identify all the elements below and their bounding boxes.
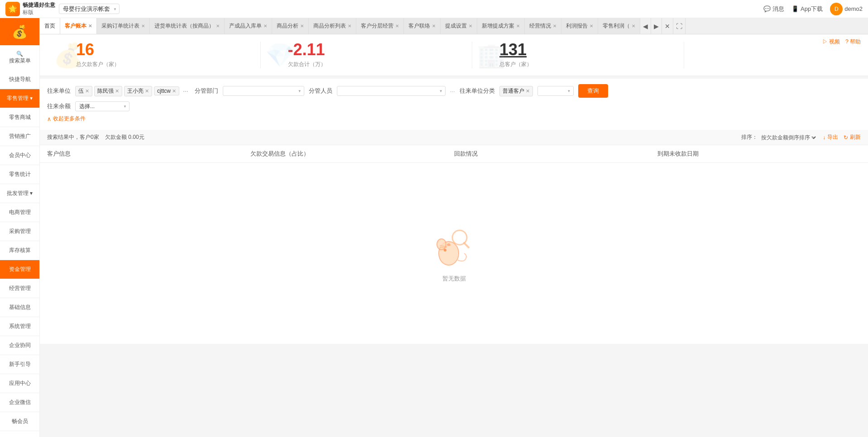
tab-retail-profit[interactable]: 零售利润（ ✕ xyxy=(598,18,640,34)
close-icon[interactable]: ✕ xyxy=(395,24,399,28)
sidebar-item-retail-shop[interactable]: 零售商城 xyxy=(0,108,39,127)
download-icon: 📱 xyxy=(791,5,799,12)
tab-customer-connect[interactable]: 客户联络 ✕ xyxy=(404,18,441,34)
person-select[interactable] xyxy=(337,86,446,96)
sidebar-item-wholesale[interactable]: 批发管理 ▾ xyxy=(0,184,39,203)
dept-select-wrap[interactable] xyxy=(223,86,304,96)
close-icon[interactable]: ✕ xyxy=(590,24,593,28)
dept-label: 分管部门 xyxy=(195,87,218,95)
unit-class-tags: 普通客户 ✕ xyxy=(499,86,533,96)
sidebar-item-inventory[interactable]: 库存核算 xyxy=(0,241,39,260)
tab-new-tip-plan[interactable]: 新增提成方案 ✕ xyxy=(477,18,525,34)
tab-op-status[interactable]: 经营情况 ✕ xyxy=(525,18,561,34)
tab-inbound-stats[interactable]: 进货单统计表（按商品） ✕ xyxy=(150,18,225,34)
sidebar-item-retail-mgmt[interactable]: 零售管理 ▾ xyxy=(0,89,39,108)
close-icon[interactable]: ✕ xyxy=(216,24,220,28)
sidebar-item-guide[interactable]: 新手引导 xyxy=(0,355,39,374)
col-customer-info: 客户信息 xyxy=(47,150,250,158)
sidebar-item-app-center[interactable]: 应用中心 xyxy=(0,374,39,393)
sort-select[interactable]: 按欠款金额倒序排序 xyxy=(759,134,817,141)
sidebar-item-nav[interactable]: 快捷导航 xyxy=(0,70,39,89)
tab-purchase-order-stats[interactable]: 采购订单统计表 ✕ xyxy=(97,18,150,34)
tab-product-analysis[interactable]: 商品分析 ✕ xyxy=(272,18,309,34)
message-label: 消息 xyxy=(772,5,784,13)
person-select-wrap[interactable] xyxy=(337,86,446,96)
unit-class-select-wrap[interactable] xyxy=(537,86,574,96)
tab-close-all[interactable]: ✕ xyxy=(662,18,673,34)
tab-product-analysis-list[interactable]: 商品分析列表 ✕ xyxy=(309,18,356,34)
remove-icon[interactable]: ✕ xyxy=(115,88,119,94)
tab-customer-accounts-label: 客户账本 xyxy=(65,22,86,30)
sidebar-item-operation[interactable]: 经营管理 xyxy=(0,279,39,298)
tab-scroll-right[interactable]: ▶ xyxy=(651,18,662,34)
demo-selector-wrap[interactable]: 母婴行业演示帐套 xyxy=(59,4,120,14)
dept-select[interactable] xyxy=(223,86,304,96)
filter-tag-cjttcw[interactable]: cjttcw ✕ xyxy=(154,86,179,95)
stats-row: ▷ 视频 ? 帮助 💰 16 总欠款客户（家） 💎 -2.11 欠款合计（万） xyxy=(40,34,868,76)
demo-select[interactable]: 母婴行业演示帐套 xyxy=(59,4,120,14)
tab-scroll-left[interactable]: ◀ xyxy=(640,18,651,34)
balance-select[interactable]: 选择... xyxy=(75,101,129,111)
tab-retail-profit-label: 零售利润（ xyxy=(603,22,630,30)
unit-tags: 伍 ✕ 陈民强 ✕ 王小亮 ✕ cjttcw ✕ xyxy=(75,86,190,96)
tab-home[interactable]: 首页 xyxy=(40,18,60,34)
close-icon[interactable]: ✕ xyxy=(632,24,635,28)
tab-customer-accounts-close[interactable]: ✕ xyxy=(88,24,92,28)
close-icon[interactable]: ✕ xyxy=(141,24,145,28)
tab-customer-segments[interactable]: 客户分层经营 ✕ xyxy=(356,18,404,34)
close-icon[interactable]: ✕ xyxy=(469,24,472,28)
person-more[interactable]: ··· xyxy=(450,88,455,95)
help-btn[interactable]: ? 帮助 xyxy=(845,38,861,46)
sidebar-item-marketing[interactable]: 营销推广 xyxy=(0,127,39,146)
sidebar-item-retail-stats[interactable]: 零售统计 xyxy=(0,165,39,184)
collapse-btn[interactable]: ∧ 收起更多条件 xyxy=(47,115,861,123)
sidebar-search[interactable]: 🔍 搜索菜单 xyxy=(0,45,39,70)
tab-production[interactable]: 产成品入库单 ✕ xyxy=(225,18,272,34)
sidebar-item-ecommerce[interactable]: 电商管理 xyxy=(0,203,39,222)
video-btn[interactable]: ▷ 视频 xyxy=(822,38,840,46)
remove-icon[interactable]: ✕ xyxy=(145,88,149,94)
tab-customer-accounts[interactable]: 客户账本 ✕ xyxy=(60,18,97,34)
sidebar-item-wechat[interactable]: 企业微信 xyxy=(0,393,39,412)
sort-select-wrap[interactable]: 按欠款金额倒序排序 xyxy=(759,134,817,141)
close-icon[interactable]: ✕ xyxy=(432,24,436,28)
filter-tag-chen[interactable]: 陈民强 ✕ xyxy=(94,86,122,96)
sidebar-item-enterprise[interactable]: 企业协同 xyxy=(0,336,39,355)
close-icon[interactable]: ✕ xyxy=(300,24,304,28)
more-tags-btn[interactable]: ··· xyxy=(181,86,190,95)
tab-profit-report-label: 利润报告 xyxy=(566,22,588,30)
refresh-btn[interactable]: ↻ 刷新 xyxy=(844,133,861,141)
remove-icon[interactable]: ✕ xyxy=(85,88,89,94)
sidebar-item-member[interactable]: 会员中心 xyxy=(0,146,39,165)
sidebar-item-finance[interactable]: 资金管理 xyxy=(0,260,39,279)
tab-maximize[interactable]: ⛶ xyxy=(673,18,686,34)
close-icon[interactable]: ✕ xyxy=(553,24,556,28)
sidebar-item-purchase[interactable]: 采购管理 xyxy=(0,222,39,241)
empty-svg xyxy=(432,224,477,269)
sidebar: 💰 🔍 搜索菜单 快捷导航 零售管理 ▾ 零售商城 营销推广 会员中心 零售统计… xyxy=(0,18,40,437)
message-btn[interactable]: 💬 消息 xyxy=(763,5,784,13)
sidebar-item-basic-info[interactable]: 基础信息 xyxy=(0,298,39,317)
remove-icon[interactable]: ✕ xyxy=(172,88,176,94)
close-icon[interactable]: ✕ xyxy=(264,24,267,28)
filter-tag-wu[interactable]: 伍 ✕ xyxy=(75,86,92,96)
filter-tag-normal[interactable]: 普通客户 ✕ xyxy=(499,86,533,96)
tab-tip-settings[interactable]: 提成设置 ✕ xyxy=(441,18,477,34)
close-icon[interactable]: ✕ xyxy=(348,24,351,28)
sidebar-item-system[interactable]: 系统管理 xyxy=(0,317,39,336)
filter-tag-wang[interactable]: 王小亮 ✕ xyxy=(124,86,152,96)
tab-profit-report[interactable]: 利润报告 ✕ xyxy=(561,18,598,34)
col-repayment: 回款情况 xyxy=(454,150,657,158)
close-icon[interactable]: ✕ xyxy=(516,24,520,28)
query-btn[interactable]: 查询 xyxy=(578,84,608,98)
remove-icon[interactable]: ✕ xyxy=(526,88,530,94)
export-btn[interactable]: ↓ 导出 xyxy=(823,133,838,141)
app-download-btn[interactable]: 📱 App下载 xyxy=(791,5,823,13)
tab-production-label: 产成品入库单 xyxy=(229,22,262,30)
collapse-label: 收起更多条件 xyxy=(53,115,86,123)
balance-select-wrap[interactable]: 选择... xyxy=(75,101,129,111)
user-menu[interactable]: D demo2 xyxy=(830,3,863,15)
stat-debt-customers: 💰 16 总欠款客户（家） xyxy=(49,42,261,68)
sidebar-item-vip[interactable]: 畅会员 xyxy=(0,412,39,431)
unit-class-select[interactable] xyxy=(537,86,574,96)
